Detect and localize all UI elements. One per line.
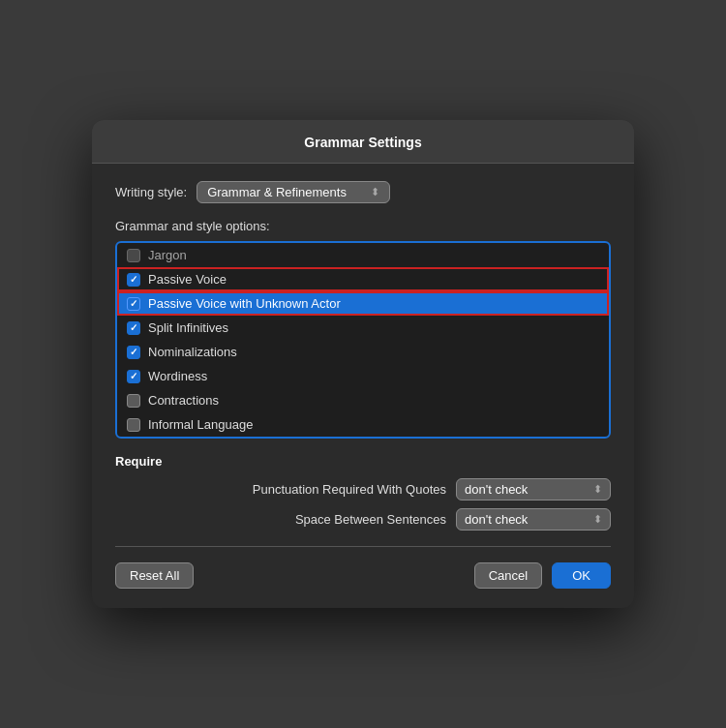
space-sentences-select[interactable]: don't check ⬍ bbox=[456, 508, 611, 531]
checkbox-wordiness[interactable]: ✓ bbox=[127, 370, 140, 383]
chevron-updown-icon: ⬍ bbox=[371, 186, 379, 198]
space-sentences-label: Space Between Sentences bbox=[115, 512, 446, 527]
writing-style-select[interactable]: Grammar & Refinements ⬍ bbox=[197, 181, 390, 203]
space-sentences-row: Space Between Sentences don't check ⬍ bbox=[115, 508, 611, 531]
chevron-updown-icon: ⬍ bbox=[593, 513, 602, 526]
checkbox-jargon[interactable] bbox=[127, 249, 140, 262]
require-section: Require Punctuation Required With Quotes… bbox=[115, 454, 611, 531]
chevron-updown-icon: ⬍ bbox=[593, 483, 602, 496]
footer-buttons: Reset All Cancel OK bbox=[115, 562, 611, 589]
punctuation-quotes-label: Punctuation Required With Quotes bbox=[115, 482, 446, 497]
options-list: Jargon ✓ Passive Voice ✓ Passive Voice w… bbox=[115, 241, 611, 439]
writing-style-row: Writing style: Grammar & Refinements ⬍ bbox=[115, 181, 611, 203]
writing-style-label: Writing style: bbox=[115, 185, 187, 199]
space-sentences-value: don't check bbox=[465, 512, 528, 527]
item-label-passive-voice-unknown: Passive Voice with Unknown Actor bbox=[148, 296, 341, 311]
item-label-split-infinitives: Split Infinitives bbox=[148, 320, 228, 335]
punctuation-quotes-value: don't check bbox=[465, 482, 528, 497]
item-label-nominalizations: Nominalizations bbox=[148, 345, 237, 359]
punctuation-quotes-row: Punctuation Required With Quotes don't c… bbox=[115, 478, 611, 500]
list-item[interactable]: ✓ Split Infinitives bbox=[117, 316, 609, 340]
item-label-wordiness: Wordiness bbox=[148, 369, 207, 383]
footer-divider bbox=[115, 546, 611, 547]
list-item[interactable]: ✓ Nominalizations bbox=[117, 340, 609, 364]
list-item[interactable]: Contractions bbox=[117, 388, 609, 412]
ok-button[interactable]: OK bbox=[552, 562, 611, 589]
list-item[interactable]: ✓ Passive Voice bbox=[117, 267, 609, 291]
item-label-contractions: Contractions bbox=[148, 393, 219, 408]
options-section-label: Grammar and style options: bbox=[115, 219, 611, 233]
footer-right-buttons: Cancel OK bbox=[474, 562, 611, 589]
checkbox-contractions[interactable] bbox=[127, 394, 140, 408]
dialog-title: Grammar Settings bbox=[304, 135, 421, 150]
item-label-informal-language: Informal Language bbox=[148, 417, 253, 432]
require-title: Require bbox=[115, 454, 611, 469]
grammar-settings-dialog: Grammar Settings Writing style: Grammar … bbox=[92, 120, 634, 608]
cancel-button[interactable]: Cancel bbox=[474, 562, 542, 589]
writing-style-value: Grammar & Refinements bbox=[207, 185, 347, 199]
checkbox-passive-voice-unknown[interactable]: ✓ bbox=[127, 297, 140, 311]
checkbox-nominalizations[interactable]: ✓ bbox=[127, 346, 140, 359]
reset-all-button[interactable]: Reset All bbox=[115, 562, 194, 589]
item-label-jargon: Jargon bbox=[148, 248, 187, 262]
checkbox-split-infinitives[interactable]: ✓ bbox=[127, 321, 140, 335]
list-item[interactable]: ✓ Wordiness bbox=[117, 364, 609, 388]
checkbox-passive-voice[interactable]: ✓ bbox=[127, 273, 140, 287]
list-item[interactable]: ✓ Passive Voice with Unknown Actor bbox=[117, 291, 609, 316]
list-item[interactable]: Jargon bbox=[117, 243, 609, 267]
list-item[interactable]: Informal Language bbox=[117, 412, 609, 437]
checkbox-informal-language[interactable] bbox=[127, 418, 140, 432]
dialog-titlebar: Grammar Settings bbox=[92, 120, 634, 164]
punctuation-quotes-select[interactable]: don't check ⬍ bbox=[456, 478, 611, 500]
dialog-body: Writing style: Grammar & Refinements ⬍ G… bbox=[92, 164, 634, 608]
item-label-passive-voice: Passive Voice bbox=[148, 272, 227, 287]
